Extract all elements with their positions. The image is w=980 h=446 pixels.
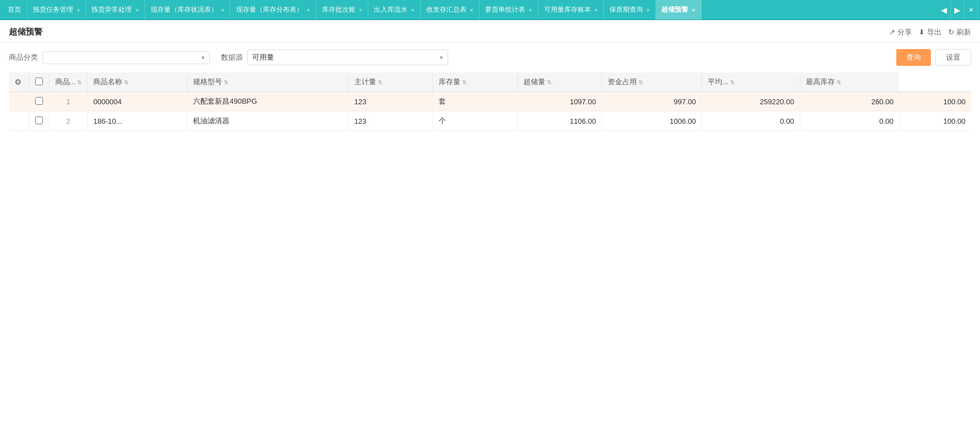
col-header-overstock[interactable]: 超储量⇅ — [517, 72, 602, 92]
nav-tab-close-inventory-status[interactable]: × — [221, 7, 224, 13]
nav-tab-close-collect-summary[interactable]: × — [470, 7, 473, 13]
col-label-product-code: 商品... — [55, 77, 76, 86]
nav-tab-label-home: 首页 — [8, 5, 21, 14]
sort-icon-stock[interactable]: ⇅ — [462, 79, 467, 85]
nav-tab-close-expiry-check[interactable]: × — [646, 7, 650, 13]
nav-tab-available-ledger[interactable]: 可用量库存账本× — [539, 0, 604, 20]
sort-icon-unit[interactable]: ⇅ — [378, 79, 382, 85]
nav-tab-label-available-ledger: 可用量库存账本 — [544, 5, 591, 14]
row-select-checkbox[interactable] — [35, 97, 43, 105]
col-label-spec: 规格型号 — [193, 77, 222, 86]
nav-tab-home[interactable]: 首页 — [2, 0, 27, 20]
row-cell-stock: 1097.00 — [517, 92, 602, 112]
sort-icon-overstock[interactable]: ⇅ — [547, 79, 551, 85]
filter-bar: 商品分类 ▾ 数据源 可用量 ▾ 查询 设置 — [0, 42, 980, 72]
datasource-value: 可用量 — [252, 52, 274, 62]
filter-actions: 查询 设置 — [896, 49, 971, 66]
row-gear-cell — [9, 112, 29, 131]
nav-tab-label-task-mgmt: 拣货任务管理 — [33, 5, 73, 14]
nav-tab-task-mgmt[interactable]: 拣货任务管理× — [27, 0, 86, 20]
nav-tab-overstock-alert[interactable]: 超储预警× — [656, 0, 701, 20]
select-all-checkbox[interactable] — [35, 77, 43, 85]
row-checkbox-cell — [29, 112, 49, 131]
col-header-unit[interactable]: 主计量⇅ — [348, 72, 433, 92]
data-table: ⚙商品...⇅商品名称⇅规格型号⇅主计量⇅库存量⇅超储量⇅资金占用⇅平均...⇅… — [9, 72, 971, 131]
sort-icon-avg[interactable]: ⇅ — [730, 79, 734, 85]
datasource-select[interactable]: 可用量 ▾ — [247, 50, 448, 65]
row-cell-avg: 0.00 — [800, 112, 899, 131]
nav-tab-label-batch-account: 库存批次账 — [322, 5, 356, 14]
col-header-capital[interactable]: 资金占用⇅ — [602, 72, 702, 92]
nav-tab-close-inout-flow[interactable]: × — [411, 7, 414, 13]
nav-tab-inventory-dist[interactable]: 现存量（库存分布表）× — [230, 0, 316, 20]
category-filter-item: 商品分类 ▾ — [9, 51, 210, 64]
nav-arrow-right[interactable]: ▶ — [951, 0, 964, 20]
col-header-product-code[interactable]: 商品...⇅ — [49, 72, 88, 92]
row-checkbox-cell — [29, 92, 49, 112]
nav-tab-inout-flow[interactable]: 出入库流水× — [368, 0, 420, 20]
nav-tab-close-abnormal[interactable]: × — [135, 7, 138, 13]
settings-button[interactable]: 设置 — [935, 49, 971, 66]
nav-tab-collect-summary[interactable]: 收发存汇总表× — [421, 0, 479, 20]
col-header-checkbox[interactable] — [29, 72, 49, 92]
nav-tab-label-expiry-check: 保质期查询 — [609, 5, 643, 14]
col-header-max-stock[interactable]: 最高库存⇅ — [800, 72, 899, 92]
col-label-overstock: 超储量 — [523, 77, 545, 86]
col-header-spec[interactable]: 规格型号⇅ — [188, 72, 348, 92]
nav-tab-order-stats[interactable]: 要货单统计表× — [479, 0, 538, 20]
nav-tab-label-inout-flow: 出入库流水 — [374, 5, 407, 14]
sort-icon-max-stock[interactable]: ⇅ — [837, 79, 841, 85]
nav-tab-abnormal[interactable]: 拣货异常处理× — [86, 0, 145, 20]
col-header-product-name[interactable]: 商品名称⇅ — [88, 72, 188, 92]
main-content: 超储预警 ↗ 分享 ⬇ 导出 ↻ 刷新 商品分类 ▾ 数据源 — [0, 20, 980, 446]
nav-tab-inventory-status[interactable]: 现存量（库存状况表）× — [145, 0, 230, 20]
row-cell-spec: 123 — [348, 112, 433, 131]
table-container: ⚙商品...⇅商品名称⇅规格型号⇅主计量⇅库存量⇅超储量⇅资金占用⇅平均...⇅… — [0, 72, 980, 131]
table-row: 10000004六配套新昌490BPG123套1097.00997.002592… — [9, 92, 971, 112]
nav-tab-label-inventory-status: 现存量（库存状况表） — [151, 5, 218, 14]
col-header-stock[interactable]: 库存量⇅ — [433, 72, 517, 92]
sort-icon-product-code[interactable]: ⇅ — [77, 79, 81, 85]
row-cell-max-stock: 100.00 — [899, 92, 971, 112]
nav-tab-label-abnormal: 拣货异常处理 — [92, 5, 132, 14]
top-nav: 首页拣货任务管理×拣货异常处理×现存量（库存状况表）×现存量（库存分布表）×库存… — [0, 0, 980, 20]
nav-close-all[interactable]: ✕ — [964, 0, 978, 20]
nav-tab-label-order-stats: 要货单统计表 — [485, 5, 525, 14]
row-select-checkbox[interactable] — [35, 117, 43, 124]
refresh-icon: ↻ — [948, 28, 954, 36]
row-cell-stock: 1106.00 — [517, 112, 602, 131]
settings-gear-icon[interactable]: ⚙ — [15, 77, 22, 86]
nav-tab-close-order-stats[interactable]: × — [529, 7, 532, 13]
query-button[interactable]: 查询 — [896, 49, 931, 66]
category-select[interactable]: ▾ — [42, 51, 210, 64]
row-cell-product-name: 六配套新昌490BPG — [188, 92, 348, 112]
nav-tab-close-available-ledger[interactable]: × — [594, 7, 598, 13]
col-label-product-name: 商品名称 — [93, 77, 122, 86]
col-label-max-stock: 最高库存 — [806, 77, 835, 86]
nav-tab-close-task-mgmt[interactable]: × — [76, 7, 80, 13]
nav-arrow-left[interactable]: ◀ — [938, 0, 951, 20]
datasource-chevron-icon: ▾ — [440, 54, 443, 61]
row-cell-avg: 260.00 — [800, 92, 899, 112]
export-button[interactable]: ⬇ 导出 — [919, 27, 941, 37]
nav-tab-close-inventory-dist[interactable]: × — [306, 7, 310, 13]
nav-tab-batch-account[interactable]: 库存批次账× — [316, 0, 368, 20]
col-header-gear[interactable]: ⚙ — [9, 72, 29, 92]
sort-icon-capital[interactable]: ⇅ — [638, 79, 643, 85]
nav-tab-label-overstock-alert: 超储预警 — [661, 5, 688, 14]
refresh-button[interactable]: ↻ 刷新 — [948, 27, 971, 37]
nav-tab-close-overstock-alert[interactable]: × — [691, 7, 695, 13]
col-header-avg[interactable]: 平均...⇅ — [702, 72, 800, 92]
col-label-unit: 主计量 — [354, 77, 376, 86]
nav-tab-close-batch-account[interactable]: × — [359, 7, 362, 13]
datasource-label: 数据源 — [221, 52, 243, 62]
row-cell-overstock: 1006.00 — [602, 112, 702, 131]
sort-icon-product-name[interactable]: ⇅ — [124, 79, 128, 85]
share-button[interactable]: ↗ 分享 — [889, 27, 912, 37]
col-label-stock: 库存量 — [439, 77, 460, 86]
sort-icon-spec[interactable]: ⇅ — [224, 79, 228, 85]
table-body: 10000004六配套新昌490BPG123套1097.00997.002592… — [9, 92, 971, 131]
row-cell-product-name: 机油滤清器 — [188, 112, 348, 131]
datasource-filter-item: 数据源 可用量 ▾ — [221, 50, 448, 65]
nav-tab-expiry-check[interactable]: 保质期查询× — [604, 0, 656, 20]
